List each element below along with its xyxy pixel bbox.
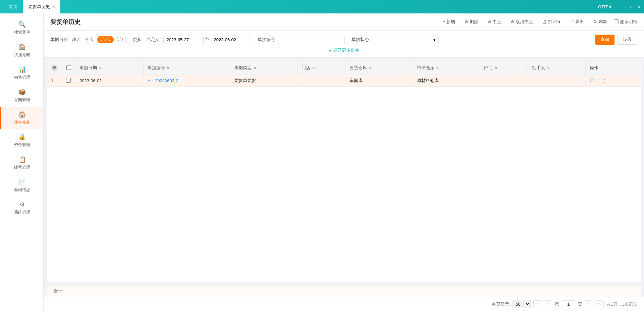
date-filter-group: 单据日期 昨天 今天 近7天 近1月 更多 自定义 至 <box>50 36 251 44</box>
doc-no-link[interactable]: YH-20230602-0 <box>148 78 178 83</box>
col-pending-warehouse: 待出仓库 ⇅ <box>413 61 480 75</box>
expand-icon: ∨ <box>328 48 332 53</box>
last-page-button[interactable]: » <box>595 300 603 308</box>
date-shortcut-custom[interactable]: 自定义 <box>145 36 161 43</box>
sidebar: 🔍 搜索菜单 🏠 快捷导航 📊 销售管理 📦 采购管理 🏠 库存核算 🔒 资金管… <box>0 13 44 311</box>
row-pending-warehouse: 原材料仓库 <box>413 75 480 87</box>
doc-no-input[interactable] <box>278 36 345 44</box>
total-label: 合计: <box>54 288 64 294</box>
fund-mgmt-icon: 🔒 <box>18 133 26 141</box>
status-select[interactable]: ▾ <box>372 36 439 44</box>
status-label: 单据状态 <box>352 37 369 43</box>
operations-mgmt-icon: 📋 <box>18 156 26 163</box>
date-filter-label: 单据日期 <box>50 37 68 43</box>
basic-info-icon: 📄 <box>18 178 26 186</box>
col-checkbox <box>62 61 75 75</box>
doc-no-label: 单据编号 <box>258 37 275 43</box>
status-filter-group: 单据状态 ▾ <box>352 36 439 44</box>
row-dept <box>480 75 528 87</box>
display-detail-checkbox[interactable] <box>614 19 619 24</box>
delete-button[interactable]: ⊗ 删除 <box>462 17 481 26</box>
refresh-button[interactable]: ↻ 刷新 <box>591 17 610 26</box>
sidebar-item-sales-mgmt[interactable]: 📊 销售管理 <box>0 62 43 84</box>
row-doc-type: 要货单要货 <box>230 75 298 87</box>
sidebar-item-inventory-check[interactable]: 🏠 库存核算 <box>0 107 43 129</box>
sidebar-item-search-menu[interactable]: 🔍 搜索菜单 <box>0 17 43 39</box>
page-number-input[interactable] <box>562 300 575 308</box>
next-page-button[interactable]: › <box>585 300 592 308</box>
total-info: 共1页，1条记录 <box>606 301 637 307</box>
sales-mgmt-icon: 📊 <box>18 66 26 73</box>
table-footer: 合计: <box>47 285 641 297</box>
cancel-stop-button[interactable]: ⊗ 取消中止 <box>508 17 536 26</box>
print-dropdown-icon[interactable]: ▾ <box>558 19 560 25</box>
tab-home[interactable]: 首页 <box>3 0 23 13</box>
toolbar: + 新增 ⊗ 删除 ⊗ 中止 ⊗ 取消中止 🖨 打印 ▾ ↗ 导出 <box>440 17 637 26</box>
page-label: 第 <box>555 301 559 307</box>
display-detail-toggle[interactable]: 显示明细 <box>614 19 637 25</box>
sidebar-item-fund-mgmt[interactable]: 🔒 资金管理 <box>0 129 43 152</box>
filter-area: 单据日期 昨天 今天 近7天 近1月 更多 自定义 至 <box>44 31 644 58</box>
sort-doc-type-icon[interactable]: ⇅ <box>254 66 256 70</box>
row-req-warehouse: 车间库 <box>345 75 413 87</box>
select-all-checkbox[interactable] <box>66 65 71 70</box>
col-doc-type: 单据类型 ⇅ <box>230 61 298 75</box>
new-button[interactable]: + 新增 <box>440 17 458 26</box>
doc-no-filter-group: 单据编号 <box>258 36 345 44</box>
date-shortcut-yesterday[interactable]: 昨天 <box>70 36 82 43</box>
row-op2-icon[interactable]: ⋮⋮ <box>598 78 606 83</box>
date-end-input[interactable] <box>211 36 251 44</box>
row-store <box>297 75 345 87</box>
sidebar-item-system-mgmt[interactable]: ⚙ 系统管理 <box>0 197 43 219</box>
tab-requisition-history[interactable]: 要货单历史 ✕ <box>23 0 60 13</box>
close-icon[interactable]: ✕ <box>637 4 641 9</box>
sort-dept-icon[interactable]: ⇅ <box>495 66 497 70</box>
date-start-input[interactable] <box>163 36 204 44</box>
row-num: 1 <box>47 75 62 87</box>
row-handler <box>528 75 586 87</box>
date-shortcut-today[interactable]: 今天 <box>84 36 95 43</box>
col-handler: 经手人 ⇅ <box>528 61 586 75</box>
per-page-select[interactable]: 50 100 200 <box>512 300 531 308</box>
expand-button[interactable]: ∨ 展开更多条件 <box>328 47 359 53</box>
tab-close-icon[interactable]: ✕ <box>52 5 55 9</box>
sort-store-icon[interactable]: ⇅ <box>312 66 315 70</box>
page-title: 要货单历史 <box>50 18 80 26</box>
row-operation: 📄 ⋮⋮ <box>586 75 641 87</box>
per-page-label: 每页显示 <box>492 301 509 307</box>
filter-actions: 查询 设置 <box>595 35 637 45</box>
first-page-button[interactable]: « <box>533 300 542 308</box>
filter-row: 单据日期 昨天 今天 近7天 近1月 更多 自定义 至 <box>50 35 637 45</box>
row-op1-icon[interactable]: 📄 <box>590 78 595 83</box>
maximize-icon[interactable]: □ <box>630 4 633 9</box>
status-dropdown-icon: ▾ <box>433 37 436 42</box>
sidebar-item-purchase-mgmt[interactable]: 📦 采购管理 <box>0 84 43 107</box>
expand-row: ∨ 展开更多条件 <box>50 47 637 53</box>
print-button[interactable]: 🖨 打印 ▾ <box>540 17 563 26</box>
row-checkbox <box>62 75 75 87</box>
sidebar-item-operations-mgmt[interactable]: 📋 经营管理 <box>0 152 43 174</box>
sort-doc-no-icon[interactable]: ⇅ <box>167 66 169 70</box>
top-bar: 首页 要货单历史 ✕ OfTEn — □ ✕ <box>0 0 644 13</box>
stop-button[interactable]: ⊗ 中止 <box>485 17 504 26</box>
date-shortcut-last-month[interactable]: 近1月 <box>116 36 129 43</box>
date-shortcut-more[interactable]: 更多 <box>131 36 143 43</box>
export-button[interactable]: ↗ 导出 <box>567 17 587 26</box>
prev-page-button[interactable]: ‹ <box>545 300 552 308</box>
sort-handler-icon[interactable]: ⇅ <box>547 66 550 70</box>
sort-pending-warehouse-icon[interactable]: ⇅ <box>436 66 439 70</box>
settings-button[interactable]: 设置 <box>617 35 637 45</box>
brand-label: OfTEn <box>598 4 611 9</box>
data-table: ⚙ 单据日期 ⇅ 单据编号 ⇅ <box>47 61 641 87</box>
date-shortcut-last7days[interactable]: 近7天 <box>97 36 114 43</box>
query-button[interactable]: 查询 <box>595 35 614 45</box>
sort-doc-date-icon[interactable]: ⇅ <box>99 66 102 70</box>
sidebar-item-quick-nav[interactable]: 🏠 快捷导航 <box>0 39 43 62</box>
minimize-icon[interactable]: — <box>622 4 626 9</box>
sort-req-warehouse-icon[interactable]: ⇅ <box>369 66 372 70</box>
sidebar-item-basic-info[interactable]: 📄 基础信息 <box>0 174 43 197</box>
pagination-bar: 每页显示 50 100 200 « ‹ 第 页 › » 共1页，1条记录 <box>44 297 644 311</box>
col-doc-no: 单据编号 ⇅ <box>143 61 230 75</box>
column-settings-icon[interactable]: ⚙ <box>51 64 58 71</box>
row-select-checkbox[interactable] <box>66 78 71 83</box>
